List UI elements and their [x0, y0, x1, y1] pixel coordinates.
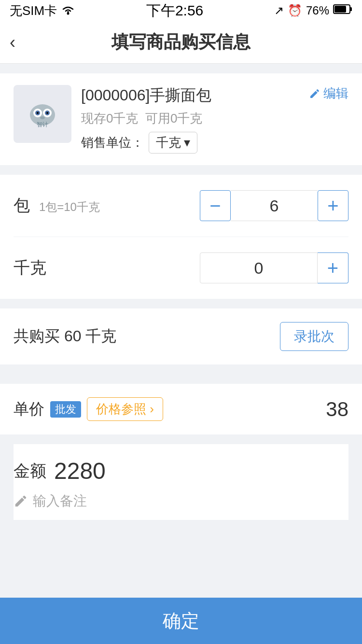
svg-rect-3: [334, 6, 346, 13]
input-section: 包 1包=10千克 − + 千克 +: [0, 175, 362, 299]
bao-input[interactable]: [231, 190, 318, 221]
amount-row: 金额 2280: [14, 458, 348, 484]
bao-sublabel: 1包=10千克: [39, 200, 100, 213]
bao-label: 包: [14, 196, 30, 214]
page-title: 填写商品购买信息: [111, 30, 251, 54]
price-row: 单价 批发 价格参照 › 38: [14, 397, 348, 421]
divider-2: [0, 364, 362, 374]
unit-label: 销售单位：: [81, 134, 144, 151]
amount-label: 金额: [14, 460, 46, 482]
alarm-icon: ⏰: [288, 4, 302, 17]
pifa-tag: 批发: [50, 401, 81, 418]
product-unit-row: 销售单位： 千克 ▾: [81, 132, 348, 154]
back-button[interactable]: ‹: [10, 32, 15, 53]
amount-value: 2280: [54, 458, 106, 484]
price-left: 单价 批发 价格参照 ›: [14, 397, 163, 421]
batch-button[interactable]: 录批次: [280, 322, 348, 351]
kg-increment-button[interactable]: +: [318, 252, 348, 283]
price-value: 38: [326, 398, 348, 421]
kg-label-group: 千克: [14, 257, 46, 279]
amount-section: 金额 2280 输入备注: [0, 444, 362, 530]
divider-1: [0, 165, 362, 175]
kg-stepper: +: [200, 252, 348, 283]
price-section: 单价 批发 价格参照 › 38: [0, 384, 362, 434]
svg-text:智计: 智计: [37, 121, 48, 128]
product-info: [0000006]手撕面包 现存0千克 可用0千克 销售单位： 千克 ▾: [81, 85, 348, 154]
pencil-icon: [14, 494, 28, 508]
nav-bar: ‹ 填写商品购买信息: [0, 21, 362, 64]
bao-label-group: 包 1包=10千克: [14, 195, 100, 217]
wifi-icon: [61, 3, 75, 18]
status-time: 下午2:56: [146, 1, 203, 21]
product-thumbnail: 智计: [14, 85, 71, 143]
kg-input[interactable]: [200, 252, 318, 283]
price-ref-button[interactable]: 价格参照 ›: [87, 397, 163, 421]
kg-label: 千克: [14, 258, 46, 277]
location-icon: ↗: [274, 4, 284, 17]
note-placeholder: 输入备注: [33, 492, 87, 510]
price-label: 单价: [14, 399, 44, 420]
product-card: 智计 [0000006]手撕面包 现存0千克 可用0千克 销售单位： 千克 ▾ …: [0, 73, 362, 165]
edit-button[interactable]: 编辑: [309, 85, 348, 102]
svg-point-9: [37, 112, 39, 114]
note-row[interactable]: 输入备注: [14, 492, 348, 520]
bao-stepper: − +: [200, 190, 348, 221]
carrier-text: 无SIM卡: [10, 2, 57, 19]
confirm-button[interactable]: 确定: [0, 598, 362, 644]
summary-row: 共购买 60 千克 录批次: [0, 308, 362, 364]
product-name: [0000006]手撕面包: [81, 85, 348, 106]
amount-card: 金额 2280 输入备注: [14, 444, 348, 520]
svg-point-10: [46, 112, 48, 114]
svg-point-11: [40, 116, 45, 119]
svg-point-0: [67, 12, 70, 14]
bao-input-row: 包 1包=10千克 − +: [14, 175, 348, 237]
unit-select[interactable]: 千克 ▾: [149, 132, 197, 154]
battery-text: 76%: [306, 4, 329, 17]
battery-icon: [333, 4, 352, 17]
kg-input-row: 千克 +: [14, 237, 348, 299]
svg-rect-2: [350, 7, 352, 11]
summary-text: 共购买 60 千克: [14, 326, 116, 347]
status-bar: 无SIM卡 下午2:56 ↗ ⏰ 76%: [0, 0, 362, 21]
status-left: 无SIM卡: [10, 2, 75, 19]
status-right: ↗ ⏰ 76%: [274, 4, 352, 17]
bao-decrement-button[interactable]: −: [200, 190, 231, 221]
product-stock: 现存0千克 可用0千克: [81, 110, 348, 127]
bao-increment-button[interactable]: +: [318, 190, 348, 221]
